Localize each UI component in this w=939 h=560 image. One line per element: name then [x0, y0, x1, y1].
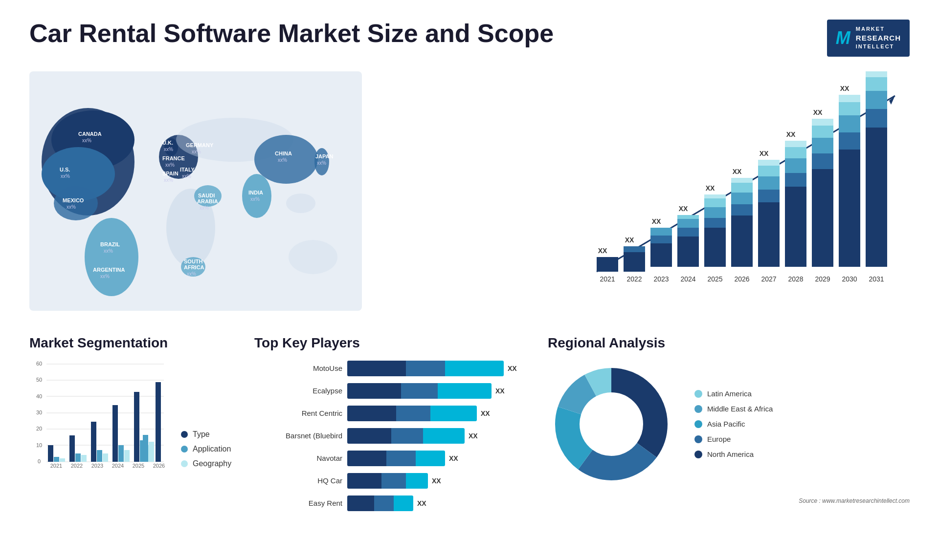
logo-text: MARKET RESEARCH INTELLECT	[856, 25, 901, 51]
player-bar-container-navotar: XX	[347, 451, 528, 466]
map-label-india: INDIA	[248, 190, 263, 195]
svg-text:XX: XX	[625, 236, 634, 244]
map-label-france: FRANCE	[162, 155, 185, 161]
map-pct-germany: xx%	[192, 149, 201, 154]
map-label-us: U.S.	[60, 167, 70, 172]
map-pct-mexico: xx%	[67, 204, 76, 210]
map-pct-saudi: xx%	[200, 205, 209, 211]
svg-text:2025: 2025	[133, 463, 144, 468]
player-bar-easyrent	[347, 495, 413, 511]
svg-text:60: 60	[36, 361, 42, 366]
player-bar-navotar	[347, 451, 445, 466]
svg-text:30: 30	[36, 409, 42, 415]
map-label-china: CHINA	[275, 151, 292, 156]
players-list: MotoUse XX Ecalypse	[254, 361, 528, 511]
legend-dot-application	[181, 446, 188, 452]
legend-item-type: Type	[181, 430, 231, 439]
svg-point-5	[85, 218, 138, 296]
svg-rect-33	[704, 194, 726, 198]
svg-rect-117	[149, 442, 154, 462]
svg-rect-57	[839, 102, 860, 115]
svg-rect-48	[785, 141, 806, 147]
reg-legend-europe: Europe	[694, 435, 773, 443]
players-area: Top Key Players MotoUse XX Ecalypse	[254, 335, 528, 511]
svg-point-13	[242, 174, 271, 218]
svg-text:2023: 2023	[653, 275, 669, 283]
svg-rect-37	[731, 183, 753, 193]
map-label-saudi2: ARABIA	[197, 198, 218, 204]
svg-rect-21	[624, 246, 645, 252]
svg-text:2026: 2026	[734, 275, 749, 283]
bar-seg3	[445, 361, 504, 376]
map-pct-japan: xx%	[317, 160, 326, 166]
source-text: Source : www.marketresearchintellect.com	[548, 497, 910, 504]
reg-dot-mea	[694, 405, 702, 413]
svg-rect-50	[812, 153, 833, 169]
bar-seg2	[386, 451, 416, 466]
svg-rect-42	[758, 166, 780, 176]
svg-rect-40	[758, 190, 780, 202]
map-pct-southafrica: xx%	[187, 271, 196, 277]
svg-rect-29	[704, 228, 726, 267]
segmentation-chart-svg: 0 10 20 30 40 50 60	[29, 361, 166, 468]
svg-rect-103	[69, 435, 75, 462]
donut-container	[548, 361, 675, 488]
svg-point-15	[286, 194, 315, 213]
svg-text:2025: 2025	[707, 275, 722, 283]
bar-seg3	[438, 383, 492, 399]
svg-rect-54	[839, 150, 860, 267]
map-pct-brazil: xx%	[104, 248, 113, 254]
svg-rect-59	[866, 128, 887, 267]
legend-dot-type	[181, 431, 188, 438]
player-bar-container-easyrent: XX	[347, 495, 528, 511]
player-name-barsnet: Barsnet (Bluebird	[254, 431, 342, 440]
player-bar-barsnet	[347, 428, 465, 444]
player-name-rentcentric: Rent Centric	[254, 409, 342, 417]
reg-dot-latin	[694, 390, 702, 398]
svg-rect-105	[81, 455, 87, 462]
segmentation-title: Market Segmentation	[29, 335, 235, 351]
reg-label-europe: Europe	[707, 435, 731, 443]
svg-rect-55	[839, 132, 860, 150]
map-label-canada: CANADA	[78, 131, 102, 137]
svg-rect-60	[866, 109, 887, 128]
svg-rect-24	[650, 228, 672, 236]
player-bar-container-rentcentric: XX	[347, 406, 528, 421]
player-name-ecalypse: Ecalypse	[254, 387, 342, 395]
svg-rect-30	[704, 218, 726, 228]
svg-rect-41	[758, 176, 780, 190]
regional-title: Regional Analysis	[548, 335, 910, 351]
bar-seg1	[347, 451, 386, 466]
svg-rect-49	[812, 169, 833, 267]
svg-text:2026: 2026	[153, 463, 165, 468]
svg-rect-26	[677, 228, 699, 237]
svg-rect-19	[597, 257, 618, 272]
bar-seg2	[391, 428, 423, 444]
svg-text:2024: 2024	[680, 275, 695, 283]
svg-rect-107	[97, 450, 102, 462]
svg-point-4	[54, 186, 98, 220]
svg-text:2029: 2029	[815, 275, 830, 283]
svg-rect-56	[839, 115, 860, 132]
svg-rect-62	[866, 77, 887, 91]
svg-text:XX: XX	[598, 247, 607, 255]
map-pct-uk: xx%	[164, 147, 173, 152]
regional-content: Latin America Middle East & Africa Asia …	[548, 361, 910, 488]
svg-rect-38	[731, 178, 753, 183]
player-label-motouse: XX	[508, 365, 517, 372]
svg-rect-44	[785, 187, 806, 267]
map-label-germany: GERMANY	[186, 142, 214, 148]
page-title: Car Rental Software Market Size and Scop…	[29, 20, 554, 47]
map-pct-argentina: xx%	[100, 274, 110, 279]
svg-rect-115	[156, 382, 161, 462]
svg-text:XX: XX	[706, 184, 715, 192]
svg-text:0: 0	[38, 458, 41, 464]
svg-rect-35	[731, 204, 753, 215]
svg-rect-111	[124, 450, 130, 462]
svg-text:20: 20	[36, 426, 42, 431]
map-label-spain: SPAIN	[162, 171, 179, 176]
map-pct-canada: xx%	[82, 138, 91, 143]
bar-seg1	[347, 406, 396, 421]
reg-dot-europe	[694, 435, 702, 443]
bar-seg1	[347, 383, 401, 399]
